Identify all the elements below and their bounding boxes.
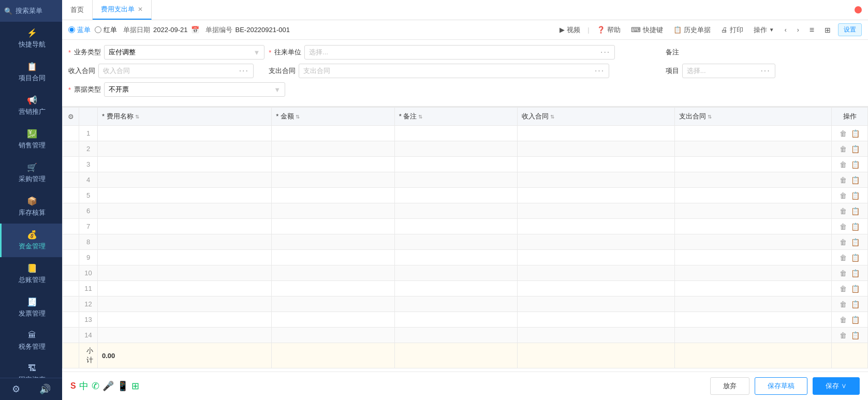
history-btn[interactable]: 📋 历史单据 [670, 24, 714, 36]
th-name[interactable]: * 费用名称⇅ [98, 108, 272, 126]
cell-income-contract[interactable] [518, 157, 674, 172]
delete-icon[interactable]: 🗑 [840, 160, 847, 169]
sidebar-item-quick-nav[interactable]: ⚡快捷导航 [0, 22, 62, 55]
cell-amount[interactable] [272, 188, 395, 203]
copy-icon[interactable]: 📋 [851, 254, 860, 262]
th-expense-contract[interactable]: 支出合同⇅ [674, 108, 831, 126]
cell-income-contract[interactable] [518, 312, 674, 328]
th-settings[interactable]: ⚙ [63, 108, 79, 126]
operations-btn[interactable]: 操作 ▼ [751, 24, 777, 36]
shortcut-btn[interactable]: ⌨ 快捷键 [628, 24, 666, 36]
cell-income-contract[interactable] [518, 219, 674, 234]
cell-expense-contract[interactable] [674, 172, 831, 188]
footer-icon-phone[interactable]: ✆ [92, 380, 99, 392]
cell-name[interactable] [98, 188, 272, 203]
calendar-icon[interactable]: 📅 [191, 26, 199, 34]
cell-name[interactable] [98, 203, 272, 219]
cell-income-contract[interactable] [518, 281, 674, 297]
th-income-contract[interactable]: 收入合同⇅ [518, 108, 674, 126]
copy-icon[interactable]: 📋 [851, 145, 860, 153]
cell-expense-contract[interactable] [674, 126, 831, 141]
cell-income-contract[interactable] [518, 234, 674, 250]
sidebar-item-project-contract[interactable]: 📋项目合同 [0, 55, 62, 89]
cell-name[interactable] [98, 312, 272, 328]
sidebar-item-marketing[interactable]: 📢营销推广 [0, 89, 62, 123]
cell-note[interactable] [394, 126, 518, 141]
cell-expense-contract[interactable] [674, 265, 831, 281]
delete-icon[interactable]: 🗑 [840, 254, 847, 262]
cell-name[interactable] [98, 219, 272, 234]
cell-amount[interactable] [272, 250, 395, 265]
cell-note[interactable] [394, 328, 518, 343]
delete-icon[interactable]: 🗑 [840, 207, 847, 215]
radio-red[interactable]: 红单 [95, 25, 117, 35]
detail-view-btn[interactable]: ⊞ [821, 24, 834, 36]
discard-btn[interactable]: 放弃 [710, 377, 749, 395]
delete-icon[interactable]: 🗑 [840, 300, 847, 308]
cell-note[interactable] [394, 203, 518, 219]
cell-name[interactable] [98, 172, 272, 188]
cell-name[interactable] [98, 297, 272, 312]
income-contract-input[interactable]: 收入合同 ··· [98, 64, 254, 78]
copy-icon[interactable]: 📋 [851, 316, 860, 324]
delete-icon[interactable]: 🗑 [840, 238, 847, 246]
cell-income-contract[interactable] [518, 126, 674, 141]
cell-expense-contract[interactable] [674, 297, 831, 312]
win-close-btn[interactable] [855, 6, 862, 13]
copy-icon[interactable]: 📋 [851, 269, 860, 277]
project-input[interactable]: 选择... ··· [682, 64, 775, 78]
cell-amount[interactable] [272, 328, 395, 343]
cell-name[interactable] [98, 328, 272, 343]
delete-icon[interactable]: 🗑 [840, 176, 847, 184]
cell-name[interactable] [98, 157, 272, 172]
cell-note[interactable] [394, 234, 518, 250]
sidebar-item-fixed-assets[interactable]: 🏗固定资产 [0, 358, 62, 378]
sidebar-item-fund-mgmt[interactable]: 💰资金管理 [0, 224, 62, 257]
cell-name[interactable] [98, 265, 272, 281]
cell-amount[interactable] [272, 203, 395, 219]
delete-icon[interactable]: 🗑 [840, 145, 847, 153]
cell-amount[interactable] [272, 312, 395, 328]
print-btn[interactable]: 🖨 打印 [718, 24, 746, 36]
cell-name[interactable] [98, 126, 272, 141]
next-btn[interactable]: › [794, 25, 802, 35]
footer-icon-zhong[interactable]: 中 [79, 380, 89, 392]
sidebar-item-accounting[interactable]: 📒总账管理 [0, 257, 62, 291]
cell-expense-contract[interactable] [674, 281, 831, 297]
delete-icon[interactable]: 🗑 [840, 129, 847, 138]
list-view-btn[interactable]: ≡ [806, 24, 817, 36]
footer-icon-grid[interactable]: ⊞ [131, 380, 139, 392]
settings-btn[interactable]: 设置 [838, 23, 862, 36]
cell-expense-contract[interactable] [674, 234, 831, 250]
copy-icon[interactable]: 📋 [851, 191, 860, 200]
cell-note[interactable] [394, 250, 518, 265]
counterparty-input[interactable]: 选择... ··· [304, 45, 615, 60]
delete-icon[interactable]: 🗑 [840, 331, 847, 339]
cell-income-contract[interactable] [518, 188, 674, 203]
cell-name[interactable] [98, 281, 272, 297]
delete-icon[interactable]: 🗑 [840, 285, 847, 293]
tab-expense-form[interactable]: 费用支出单✕ [93, 0, 152, 20]
cell-amount[interactable] [272, 126, 395, 141]
delete-icon[interactable]: 🗑 [840, 316, 847, 324]
sidebar-item-invoice-mgmt[interactable]: 🧾发票管理 [0, 291, 62, 324]
number-value[interactable]: BE-20220921-001 [236, 26, 290, 34]
cell-amount[interactable] [272, 172, 395, 188]
footer-icon-mic[interactable]: 🎤 [102, 380, 114, 392]
save-btn[interactable]: 保存 ∨ [813, 377, 860, 395]
expense-contract-input[interactable]: 支出合同 ··· [299, 64, 609, 78]
cell-amount[interactable] [272, 219, 395, 234]
cell-note[interactable] [394, 281, 518, 297]
cell-income-contract[interactable] [518, 203, 674, 219]
cell-expense-contract[interactable] [674, 328, 831, 343]
cell-note[interactable] [394, 265, 518, 281]
radio-blue[interactable]: 蓝单 [68, 25, 91, 35]
cell-expense-contract[interactable] [674, 312, 831, 328]
cell-income-contract[interactable] [518, 297, 674, 312]
cell-amount[interactable] [272, 297, 395, 312]
date-value[interactable]: 2022-09-21 [153, 26, 188, 34]
sidebar-bottom-icon-1[interactable]: 🔊 [39, 383, 51, 395]
cell-expense-contract[interactable] [674, 250, 831, 265]
cell-amount[interactable] [272, 281, 395, 297]
gear-icon[interactable]: ⚙ [68, 113, 74, 121]
